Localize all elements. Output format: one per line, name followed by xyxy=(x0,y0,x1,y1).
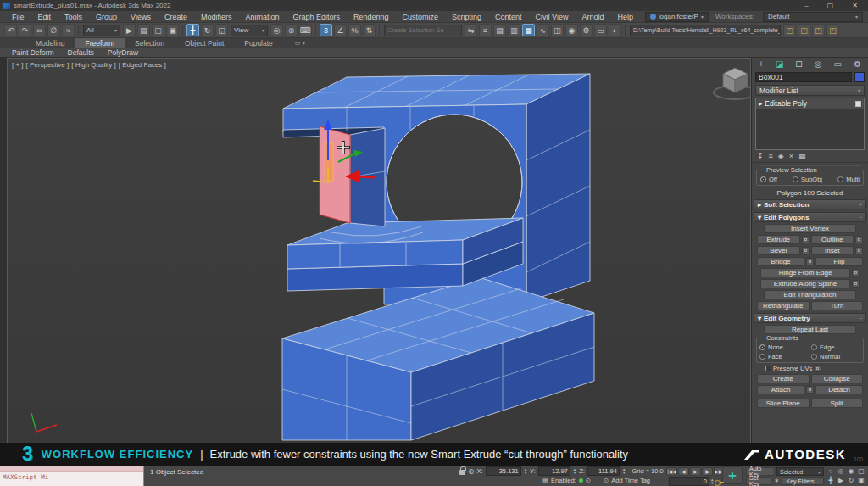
spinner-snap-icon[interactable]: ⇅ xyxy=(363,24,376,36)
perspective-viewport[interactable]: [ + ][ Perspective ][ High Quality ][ Ed… xyxy=(7,58,751,465)
select-and-scale-icon[interactable]: ◱ xyxy=(215,24,228,36)
edit-triangulation-button[interactable]: Edit Triangulation xyxy=(764,290,856,299)
spinner-icon[interactable]: ▲▼ xyxy=(524,468,527,475)
zoom-icon[interactable]: ○ xyxy=(826,466,836,476)
time-tag-icon[interactable]: ⊙ xyxy=(604,477,609,484)
bind-to-space-warp-icon[interactable]: ≈ xyxy=(62,24,75,36)
spinner-icon[interactable]: ▲▼ xyxy=(710,478,714,485)
viewcube[interactable] xyxy=(714,68,751,99)
create-button[interactable]: Create xyxy=(757,374,810,383)
walkthrough-icon[interactable]: ∗ xyxy=(774,477,779,484)
schematic-view-icon[interactable]: ◫ xyxy=(551,24,564,36)
inset-settings-icon[interactable] xyxy=(855,247,863,254)
object-name-field[interactable]: Box001 xyxy=(755,72,852,82)
key-filters-button[interactable]: Key Filters... xyxy=(782,477,824,485)
preview-multi-radio[interactable]: Multi xyxy=(837,176,860,183)
user-account-menu[interactable]: logan.fosterP▾ xyxy=(645,12,709,22)
material-editor-icon[interactable]: ◉ xyxy=(565,24,578,36)
show-end-result-icon[interactable]: ≡ xyxy=(769,152,773,160)
ribbon-panel-item[interactable]: PolyDraw xyxy=(101,48,145,57)
preserve-uvs-settings-icon[interactable] xyxy=(814,365,821,372)
render-icon[interactable]: ◐ xyxy=(609,24,621,36)
menu-item[interactable]: Rendering xyxy=(347,13,396,21)
rectangular-selection-region-icon[interactable]: ▢ xyxy=(152,24,164,36)
align-icon[interactable]: ≡ xyxy=(479,24,492,36)
menu-item[interactable]: Scripting xyxy=(445,13,488,21)
attach-button[interactable]: Attach xyxy=(757,385,804,394)
remove-modifier-icon[interactable]: × xyxy=(789,152,793,160)
ribbon-tab[interactable]: Selection xyxy=(125,38,175,48)
repeat-last-button[interactable]: Repeat Last xyxy=(764,325,856,334)
edit-polygons-rollout[interactable]: ▾Edit Polygons− xyxy=(754,212,866,222)
create-key-button[interactable]: + xyxy=(722,466,743,484)
create-tab-icon[interactable]: + xyxy=(759,59,764,69)
bridge-button[interactable]: Bridge xyxy=(757,257,804,266)
redo-icon[interactable]: ↷ xyxy=(19,24,31,36)
y-coordinate-field[interactable]: -12.97 xyxy=(538,466,570,476)
extrude-along-spline-button[interactable]: Extrude Along Spline xyxy=(760,279,850,288)
stack-item-editable-poly[interactable]: ▸ Editable Poly xyxy=(756,98,864,109)
object-color-swatch[interactable] xyxy=(854,72,865,82)
turn-button[interactable]: Turn xyxy=(811,301,864,310)
ribbon-tab[interactable]: Populate xyxy=(234,38,283,48)
viewport-label-part[interactable]: [ High Quality ] xyxy=(71,61,115,69)
media-toggle-icon[interactable]: ▭ ▾ xyxy=(295,40,305,47)
modifier-stack[interactable]: ▸ Editable Poly xyxy=(755,98,865,150)
key-mode-dropdown[interactable]: Selected▾ xyxy=(776,467,824,476)
outline-settings-icon[interactable] xyxy=(855,236,863,243)
spinner-icon[interactable]: ▲▼ xyxy=(573,468,576,475)
select-and-rotate-icon[interactable]: ↻ xyxy=(201,24,214,36)
extrude-along-spline-settings-icon[interactable] xyxy=(852,280,860,288)
orbit-icon[interactable]: ↻ xyxy=(846,476,856,485)
curve-editor-icon[interactable]: ∿ xyxy=(537,24,549,36)
split-button[interactable]: Split xyxy=(811,399,864,408)
mirror-icon[interactable]: ⇋ xyxy=(465,24,477,36)
menu-item[interactable]: Tools xyxy=(58,13,89,21)
window-crossing-icon[interactable]: ▣ xyxy=(166,24,179,36)
ribbon-panel-item[interactable]: Paint Deform xyxy=(5,48,61,57)
preview-off-radio[interactable]: Off xyxy=(760,176,777,183)
next-frame-icon[interactable]: |▶ xyxy=(702,467,713,476)
menu-item[interactable]: Modifiers xyxy=(194,13,239,21)
minimize-icon[interactable]: – xyxy=(804,2,808,9)
render-preset-path-dropdown[interactable]: D:\Temp\Build Tests\Herndall_H923_RL_x64… xyxy=(630,25,781,36)
menu-item[interactable]: Views xyxy=(124,13,158,21)
slice-plane-button[interactable]: Slice Plane xyxy=(757,399,810,408)
maximize-icon[interactable]: ▢ xyxy=(827,2,834,9)
maximize-viewport-icon[interactable]: ▣ xyxy=(856,476,866,485)
preserve-uvs-checkbox[interactable] xyxy=(765,366,771,371)
constraint-none-radio[interactable]: None xyxy=(760,344,809,351)
bridge-settings-icon[interactable] xyxy=(806,258,814,265)
snap-toggle-3d-icon[interactable]: 3 xyxy=(320,24,332,36)
bevel-settings-icon[interactable] xyxy=(802,247,810,254)
make-unique-icon[interactable]: ◈ xyxy=(778,152,784,160)
retriangulate-button[interactable]: Retriangulate xyxy=(757,301,810,310)
walk-through-icon[interactable]: ▶ xyxy=(836,476,846,485)
menu-item[interactable]: Civil View xyxy=(529,13,576,21)
project-toolbar-icon-2[interactable]: ◳ xyxy=(798,24,810,36)
layer-manager-icon[interactable]: ▤ xyxy=(493,24,506,36)
extrude-button[interactable]: Extrude xyxy=(757,235,800,244)
menu-item[interactable]: Arnold xyxy=(575,13,610,21)
z-coordinate-field[interactable]: 111.94 xyxy=(587,466,620,476)
select-and-link-icon[interactable]: ∞ xyxy=(33,24,46,36)
constraint-edge-radio[interactable]: Edge xyxy=(811,344,835,351)
angle-snap-icon[interactable]: ∠ xyxy=(334,24,347,36)
add-time-tag-label[interactable]: Add Time Tag xyxy=(611,477,650,484)
detach-button[interactable]: Detach xyxy=(815,385,863,394)
viewport-label-part[interactable]: [ Edged Faces ] xyxy=(119,61,166,69)
close-icon[interactable]: ✕ xyxy=(852,2,858,9)
menu-item[interactable]: Edit xyxy=(31,13,58,21)
maxscript-mini-listener[interactable]: MAXScript Mi xyxy=(0,464,144,486)
inset-button[interactable]: Inset xyxy=(811,246,854,255)
visibility-toggle-icon[interactable] xyxy=(855,101,861,107)
hinge-from-edge-button[interactable]: Hinge From Edge xyxy=(760,268,850,277)
keyboard-shortcut-override-icon[interactable]: ⌨ xyxy=(299,24,312,36)
go-to-start-icon[interactable]: |◀◀ xyxy=(666,467,677,476)
ribbon-toggle-icon[interactable]: ▦ xyxy=(522,24,535,36)
workspace-dropdown[interactable]: Default▾ xyxy=(763,12,863,22)
ribbon-panel-item[interactable]: Defaults xyxy=(61,48,101,57)
select-by-name-icon[interactable]: ▤ xyxy=(137,24,150,36)
previous-frame-icon[interactable]: ◀| xyxy=(678,467,689,476)
set-key-button[interactable]: Set Key xyxy=(746,477,771,485)
